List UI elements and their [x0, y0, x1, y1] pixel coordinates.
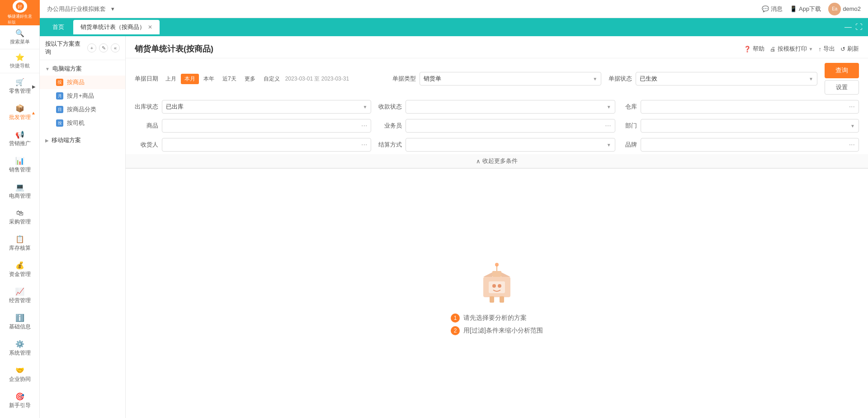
app-download-btn[interactable]: 📱 App下载 [790, 5, 821, 13]
help-label: 帮助 [753, 45, 764, 53]
tabbar: 首页 销货单统计表（按商品） ✕ — ⛶ [40, 18, 868, 36]
edit-scheme-btn[interactable]: ✎ [99, 43, 108, 52]
quick-nav-item[interactable]: ⭐ 快捷导航 [0, 49, 39, 73]
search-menu-item[interactable]: 🔍 搜索菜单 [0, 25, 39, 49]
empty-tip-1: 1 请先选择要分析的方案 [451, 314, 543, 323]
message-icon: 💬 [762, 5, 769, 12]
sidebar-item-system[interactable]: ⚙️ 系统管理 [0, 335, 39, 361]
payment-status-arrow-icon: ▼ [607, 104, 611, 109]
tab-maximize-btn[interactable]: ⛶ [855, 23, 863, 31]
filter-doc-status-group: 单据状态 已生效 ▼ [609, 72, 817, 86]
finance-label: 资金管理 [9, 271, 31, 278]
scheme-item-by-category[interactable]: 目 按商品分类 [40, 103, 125, 116]
doc-type-select[interactable]: 销货单 ▼ [420, 72, 601, 86]
doc-type-arrow-icon: ▼ [593, 76, 597, 81]
salesperson-dots-icon: ··· [605, 122, 611, 130]
warehouse-input[interactable]: ··· [641, 100, 859, 114]
topbar: 办公用品行业模拟账套 ▾ 💬 消息 📱 App下载 Ea demo2 [40, 0, 868, 18]
payment-status-select[interactable]: ▼ [406, 100, 615, 114]
ecommerce-icon: 💻 [15, 183, 24, 191]
help-btn[interactable]: ❓ 帮助 [744, 45, 764, 53]
date-filter-controls: 上月 本月 本年 近7天 更多 自定义 2023-03-01 至 2023-03… [162, 74, 385, 84]
stock-status-arrow-icon: ▼ [363, 104, 367, 109]
add-scheme-btn[interactable]: + [87, 43, 96, 52]
warehouse-dots-icon: ··· [849, 103, 855, 111]
collapse-scheme-btn[interactable]: « [111, 43, 120, 52]
print-arrow-icon: ▼ [809, 47, 813, 52]
date-tab-this-year[interactable]: 本年 [200, 74, 218, 84]
sidebar-item-finance[interactable]: 💰 资金管理 [0, 256, 39, 283]
recipient-input[interactable]: ··· [162, 138, 371, 152]
tab-sales-stat[interactable]: 销货单统计表（按商品） ✕ [73, 20, 160, 34]
query-btn-group: 查询 设置 [825, 63, 859, 95]
filter-salesperson: 业务员 ··· [378, 119, 615, 133]
scheme-group-mobile-title[interactable]: ▶ 移动端方案 [40, 133, 125, 147]
scheme-item-by-product[interactable]: 按 按商品 [40, 76, 125, 89]
sidebar-item-operations[interactable]: 📈 经营管理 [0, 283, 39, 309]
user-profile-btn[interactable]: Ea demo2 [828, 3, 861, 15]
empty-illustration [470, 252, 524, 306]
scheme-group-pc-title[interactable]: ▼ 电脑端方案 [40, 62, 125, 76]
newbie-label: 新手引导 [9, 402, 31, 409]
salesperson-input[interactable]: ··· [406, 119, 615, 133]
message-btn[interactable]: 💬 消息 [762, 5, 783, 13]
scheme-header-icons: + ✎ « [87, 43, 120, 52]
sidebar-item-procurement[interactable]: 🛍 采购管理 [0, 204, 39, 230]
collapse-filter-btn[interactable]: ∧ 收起更多条件 [126, 154, 868, 168]
settings-button[interactable]: 设置 [825, 80, 859, 95]
print-btn[interactable]: 🖨 按模板打印 ▼ [770, 45, 813, 53]
refresh-btn[interactable]: ↺ 刷新 [840, 45, 859, 53]
export-icon: ↑ [819, 46, 822, 52]
tab-minimize-btn[interactable]: — [844, 23, 852, 31]
page-title-bar: 销货单统计表(按商品) ❓ 帮助 🖨 按模板打印 ▼ ↑ 导出 [126, 36, 868, 58]
logo-icon: 好 [13, 0, 27, 13]
filter-date-group: 单据日期 上月 本月 本年 近7天 更多 自定义 2023-03-01 至 20… [135, 74, 385, 84]
settlement-select[interactable]: ▼ [406, 138, 615, 152]
sidebar-item-inventory[interactable]: 📋 库存核算 [0, 230, 39, 256]
doc-status-select[interactable]: 已生效 ▼ [636, 72, 817, 86]
query-button[interactable]: 查询 [825, 63, 859, 78]
sidebar-item-marketing[interactable]: 📢 营销推广 [0, 126, 39, 152]
sidebar-item-app-center[interactable]: 📱 应用中心 [0, 414, 39, 418]
marketing-icon: 📢 [15, 130, 24, 139]
date-tab-custom[interactable]: 自定义 [260, 74, 283, 84]
sidebar-item-newbie[interactable]: 🎯 新手引导 [0, 388, 39, 414]
brand-dots-icon: ··· [849, 141, 855, 149]
date-tabs: 上月 本月 本年 近7天 更多 自定义 [162, 74, 283, 84]
tab-home[interactable]: 首页 [45, 20, 71, 34]
sidebar-item-enterprise[interactable]: 🤝 企业协同 [0, 361, 39, 388]
sidebar-item-sales[interactable]: 📊 销售管理 [0, 152, 39, 178]
scheme-item-by-month-product[interactable]: 月 按月+商品 [40, 89, 125, 103]
search-menu-label: 搜索菜单 [10, 38, 30, 45]
date-label: 单据日期 [135, 75, 162, 83]
stock-status-select[interactable]: 已出库 ▼ [162, 100, 371, 114]
enterprise-icon: 🤝 [15, 366, 24, 375]
product-input[interactable]: ··· [162, 119, 371, 133]
sidebar-item-retail[interactable]: 🛒 零售管理 ▶ [0, 73, 39, 100]
filter-brand: 品牌 ··· [623, 138, 859, 152]
brand-input[interactable]: ··· [641, 138, 859, 152]
tip-1-text: 请先选择要分析的方案 [463, 314, 527, 322]
sidebar-item-basic[interactable]: ℹ️ 基础信息 [0, 309, 39, 335]
collapse-arrow-icon: ∧ [476, 158, 481, 165]
dept-select[interactable]: ▼ [641, 119, 859, 133]
date-tab-this-month[interactable]: 本月 [181, 74, 199, 84]
date-tab-7days[interactable]: 近7天 [219, 74, 240, 84]
sidebar-item-ecommerce[interactable]: 💻 电商管理 [0, 178, 39, 204]
export-btn[interactable]: ↑ 导出 [819, 45, 835, 53]
filter-recipient: 收货人 ··· [135, 138, 371, 152]
tab-close-btn[interactable]: ✕ [148, 24, 152, 30]
procurement-icon: 🛍 [16, 209, 24, 217]
scheme-icon-by-product: 按 [56, 79, 63, 86]
app-logo: 好 畅捷通好生意 标版 [0, 0, 40, 25]
sidebar-item-wholesale[interactable]: 📦 批发管理 ▲ [0, 100, 39, 126]
scheme-icon-by-month-product: 月 [56, 92, 63, 100]
topbar-dropdown-btn[interactable]: ▾ [111, 5, 114, 12]
page-actions: ❓ 帮助 🖨 按模板打印 ▼ ↑ 导出 ↺ 刷新 [744, 45, 859, 53]
scheme-label-by-category: 按商品分类 [67, 105, 96, 114]
inventory-label: 库存核算 [9, 244, 31, 252]
date-tab-more[interactable]: 更多 [241, 74, 259, 84]
group-pc-label: 电脑端方案 [52, 65, 82, 73]
scheme-item-by-cashier[interactable]: 按 按司机 [40, 116, 125, 130]
date-tab-last-month[interactable]: 上月 [162, 74, 180, 84]
